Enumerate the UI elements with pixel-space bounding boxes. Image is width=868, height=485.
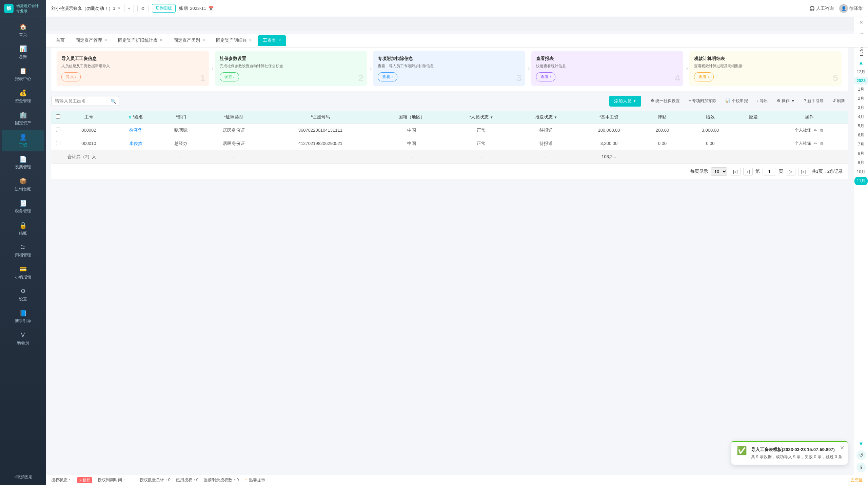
month-item-10[interactable]: 10月 [854, 168, 868, 176]
account-dropdown-icon[interactable]: ▼ [117, 6, 121, 10]
tab-payroll[interactable]: 工资表 ✕ [258, 35, 286, 46]
home-icon: 🏠 [19, 23, 27, 31]
scroll-down-icon[interactable]: ▼ [858, 440, 865, 448]
panel-close-btn[interactable]: ✕ [854, 17, 868, 28]
last-page-btn[interactable]: ▷| [798, 168, 809, 175]
tab-assets-category[interactable]: 固定资产类别 ✕ [169, 35, 210, 46]
tab-assets-mgmt-close[interactable]: ✕ [104, 38, 107, 42]
sidebar-item-tax[interactable]: 🧾 税务管理 [2, 196, 44, 218]
month-item-3[interactable]: 3月 [854, 104, 868, 112]
month-item-8[interactable]: 8月 [854, 149, 868, 158]
user-info[interactable]: 👤 徐泽华 [839, 4, 863, 13]
cancel-fixed-btn[interactable]: ◁取消固定 [0, 472, 46, 482]
step4-btn[interactable]: 查看 › [536, 72, 555, 81]
personal-tax-btn[interactable]: 📊 个税申报 [722, 96, 751, 106]
calendar-icon[interactable]: 📅 [208, 6, 214, 11]
sidebar-item-reports[interactable]: 📋 报表中心 [2, 64, 44, 85]
first-page-btn[interactable]: |◁ [730, 168, 741, 175]
toast-close-btn[interactable]: ✕ [840, 445, 844, 451]
sidebar-item-finance[interactable]: 💰 资金管理 [2, 86, 44, 107]
year-item-2023[interactable]: 2023 [854, 77, 868, 85]
month-item-7[interactable]: 7月 [854, 140, 868, 149]
td-id-no-1: 360782200104131111 [265, 124, 376, 137]
sidebar-item-inventory[interactable]: 📦 进销台账 [2, 174, 44, 195]
op-edit-2[interactable]: ✏ [814, 141, 817, 146]
panel-refresh-icon[interactable]: ↺ [856, 450, 866, 460]
step5-btn[interactable]: 查看 › [694, 72, 713, 81]
scroll-down-btn[interactable]: ▼ [858, 440, 865, 448]
sidebar-item-expense[interactable]: 💳 小畅报销 [2, 262, 44, 283]
scroll-up-icon[interactable]: ▲ [858, 59, 865, 67]
social-insurance-btn[interactable]: ⚙ 统一社保设置 [647, 96, 683, 106]
step4-title: 查看报表 [536, 56, 679, 62]
row2-checkbox[interactable] [56, 141, 60, 145]
tab-assets-detail[interactable]: 固定资产明细账 ✕ [211, 35, 257, 46]
scroll-up-btn[interactable]: ▲ [858, 59, 865, 67]
sidebar-item-close[interactable]: 🔒 结账 [2, 218, 44, 240]
select-all-checkbox[interactable] [56, 114, 60, 119]
month-item-2[interactable]: 2月 [854, 94, 868, 103]
add-account-btn[interactable]: + [124, 5, 134, 12]
filter-report-icon[interactable]: ▼ [554, 115, 557, 119]
sort-name-icon[interactable]: ⇅ [129, 115, 131, 119]
month-item-5[interactable]: 5月 [854, 122, 868, 130]
new-guide-btn[interactable]: ? 新手引导 [801, 96, 827, 106]
month-item-12[interactable]: 12月 [854, 68, 868, 76]
td-allowance-1: 200.00 [640, 124, 684, 137]
tab-assets-category-close[interactable]: ✕ [202, 38, 205, 42]
month-item-11[interactable]: 11月 [854, 177, 868, 185]
tab-home[interactable]: 首页 [51, 35, 70, 46]
add-employee-btn[interactable]: 添加人员 ▼ [609, 96, 641, 107]
export-btn[interactable]: ↓ 导出 [753, 96, 771, 106]
sidebar-item-assets[interactable]: 🏢 固定资产 [2, 108, 44, 129]
op-edit-1[interactable]: ✏ [814, 128, 817, 133]
td-nationality-1: 中国 [376, 124, 448, 137]
recharge-link[interactable]: 去充值 [850, 477, 863, 483]
emp-name-link-1[interactable]: 徐泽华 [129, 128, 142, 133]
step2-btn[interactable]: 设置 › [220, 72, 239, 81]
ai-consult-btn[interactable]: 🎧 人工咨询 [809, 5, 834, 12]
page-input[interactable] [763, 168, 776, 175]
op-social-ins-1[interactable]: 个人社保 [795, 127, 811, 133]
sidebar-item-archive[interactable]: 🗂 归档管理 [2, 240, 44, 261]
step3-btn[interactable]: 查看 › [378, 72, 397, 81]
search-input[interactable] [51, 96, 119, 106]
panel-info-icon[interactable]: ℹ [856, 463, 866, 472]
search-btn[interactable]: 🔍 [111, 98, 116, 104]
month-item-4[interactable]: 4月 [854, 113, 868, 121]
sidebar-item-payroll[interactable]: 👤 工资 [2, 130, 44, 151]
next-page-btn[interactable]: ▷ [786, 168, 795, 175]
op-delete-2[interactable]: 🗑 [820, 141, 824, 146]
step1-btn[interactable]: 导入 › [61, 72, 81, 81]
sidebar-item-invoice[interactable]: 📄 发票管理 [2, 152, 44, 173]
month-item-1[interactable]: 1月 [854, 85, 868, 94]
prev-page-btn[interactable]: ◁ [743, 168, 753, 175]
filter-status-icon[interactable]: ▼ [490, 115, 493, 119]
tab-assets-depreciation[interactable]: 固定资产折旧统计表 ✕ [113, 35, 167, 46]
period-label: 账期 [179, 5, 188, 12]
operations-btn[interactable]: ⚙ 操作 ▼ [773, 96, 798, 106]
guide-steps: 导入员工工资信息 人员信息及工资数据新增导入 导入 › 1 › 社保参数设置 完… [57, 51, 843, 86]
emp-name-link-2[interactable]: 李俊杰 [129, 141, 142, 146]
switch-version-btn[interactable]: 切到旧版 [152, 4, 176, 13]
op-delete-1[interactable]: 🗑 [820, 128, 824, 133]
sidebar-item-home[interactable]: 🏠 首页 [2, 20, 44, 41]
row1-checkbox[interactable] [56, 128, 60, 132]
sidebar-item-guide[interactable]: 📘 新手引导 [2, 306, 44, 328]
tab-assets-depreciation-close[interactable]: ✕ [160, 38, 163, 42]
op-social-ins-2[interactable]: 个人社保 [795, 141, 811, 146]
tab-payroll-close[interactable]: ✕ [278, 38, 281, 42]
tab-assets-mgmt[interactable]: 固定资产管理 ✕ [71, 35, 112, 46]
tab-payroll-label: 工资表 [263, 37, 276, 43]
sidebar-item-settings[interactable]: ⚙ 设置 [2, 284, 44, 305]
page-size-select[interactable]: 10 20 50 [711, 167, 727, 176]
step2-title: 社保参数设置 [220, 56, 362, 62]
month-item-9[interactable]: 9月 [854, 158, 868, 167]
month-item-6[interactable]: 6月 [854, 131, 868, 139]
sidebar-item-member[interactable]: V 畅会员 [2, 328, 44, 349]
settings-btn[interactable]: ⚙ [137, 5, 149, 12]
refresh-btn[interactable]: ↺ 刷新 [829, 96, 848, 106]
sidebar-item-ledger[interactable]: 📊 总账 [2, 42, 44, 63]
special-deduction-btn[interactable]: + 专项附加扣除 [685, 96, 720, 106]
tab-assets-detail-close[interactable]: ✕ [249, 38, 252, 42]
